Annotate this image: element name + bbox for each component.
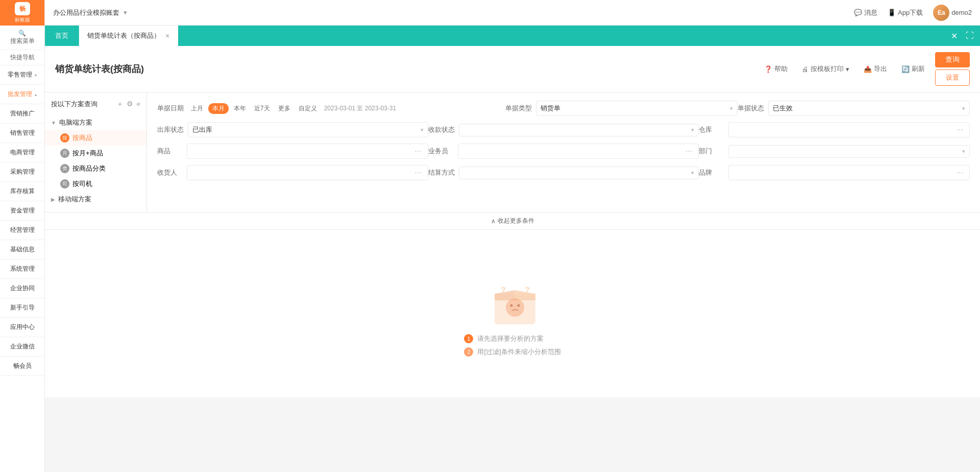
page-header: 销货单统计表(按商品) ❓ 帮助 🖨 按模板打印 ▾ 📤 导出 🔄 刷新: [45, 46, 980, 92]
sidebar-item-wholesale[interactable]: 批发管理 ▴: [0, 85, 44, 104]
sidebar-item-label: 采购管理: [10, 168, 35, 175]
collect-status-select[interactable]: ▾: [459, 124, 699, 136]
collapse-btn[interactable]: ∧ 收起更多条件: [491, 217, 534, 225]
collect-status-chevron-icon: ▾: [691, 127, 694, 133]
tab-close-window-btn[interactable]: ✕: [949, 29, 960, 43]
tree-item-by-goods[interactable]: 按 按商品: [45, 130, 146, 146]
goods-dots[interactable]: ···: [412, 147, 423, 156]
export-label: 导出: [874, 64, 887, 74]
refresh-btn[interactable]: 🔄 刷新: [897, 62, 929, 76]
receiver-label: 收货人: [157, 168, 183, 177]
collapse-icon: ∧: [491, 218, 496, 225]
tree-item-by-month-goods[interactable]: 月 按月+商品: [45, 146, 146, 161]
export-btn[interactable]: 📤 导出: [860, 62, 891, 76]
filter-section: 按以下方案查询 ＋ ⚙ « ▼ 电脑端方案 按 按商品: [45, 92, 980, 213]
sidebar-item-ops[interactable]: 经营管理: [0, 221, 44, 240]
salesperson-dots[interactable]: ···: [683, 147, 694, 156]
tree-item-icon: 类: [60, 164, 69, 173]
sidebar-item-sales[interactable]: 销售管理: [0, 124, 44, 143]
warehouse-dots[interactable]: ···: [954, 125, 965, 134]
logo-label: 标账版: [15, 16, 30, 23]
out-status-select[interactable]: 已出库 ▾: [188, 122, 428, 137]
print-btn[interactable]: 🖨 按模板打印 ▾: [798, 62, 853, 76]
print-icon: 🖨: [802, 65, 808, 73]
filter-field-date: 单据日期 上月 本月 本年 近7天 更多 自定义 2023-03-01 至 20…: [157, 103, 505, 114]
date-label: 单据日期: [157, 104, 184, 113]
brand-dots[interactable]: ···: [954, 168, 965, 177]
workspace-dropdown-icon[interactable]: ▾: [124, 9, 127, 16]
sidebar-item-finance[interactable]: 资金管理: [0, 201, 44, 221]
tree-mobile-section[interactable]: ▶ 移动端方案: [45, 192, 146, 207]
dept-chevron-icon: ▾: [962, 148, 965, 155]
brand-select[interactable]: ···: [728, 165, 970, 180]
add-scheme-icon[interactable]: ＋: [116, 100, 124, 109]
receiver-select[interactable]: ···: [187, 165, 428, 180]
receiver-dots[interactable]: ···: [412, 168, 423, 177]
tree-item-by-cashier[interactable]: 司 按司机: [45, 176, 146, 192]
doc-status-select[interactable]: 已生效 ▾: [768, 101, 970, 116]
logo-icon: 畅: [15, 2, 30, 15]
tab-sales-stat[interactable]: 销货单统计表（按商品） ×: [79, 26, 178, 46]
doc-type-select[interactable]: 销货单 ▾: [536, 101, 738, 116]
sidebar-item-ecom[interactable]: 电商管理: [0, 143, 44, 162]
sidebar-item-label: 系统管理: [10, 265, 35, 272]
help-btn[interactable]: ❓ 帮助: [760, 62, 792, 76]
sidebar-item-wechat[interactable]: 企业微信: [0, 337, 44, 357]
edit-scheme-icon[interactable]: ⚙: [127, 100, 133, 109]
salesperson-select[interactable]: ···: [458, 144, 699, 159]
tree-item-label: 按月+商品: [72, 149, 103, 158]
tree-mobile-label: 移动端方案: [58, 195, 91, 204]
period-this-month[interactable]: 本月: [208, 103, 229, 114]
chevron-down-icon: ▾: [35, 73, 37, 78]
filter-field-receiver: 收货人 ···: [157, 165, 428, 180]
empty-illustration: ? ?: [482, 271, 543, 322]
payment-select[interactable]: ▾: [459, 167, 699, 179]
settings-btn[interactable]: 设置: [935, 69, 970, 86]
quick-nav[interactable]: 快捷导航: [0, 50, 44, 65]
app-download-btn[interactable]: 📱 App下载: [888, 8, 923, 17]
tree-pc-label: 电脑端方案: [59, 118, 92, 127]
query-btn[interactable]: 查询: [935, 52, 970, 67]
tab-close-icon[interactable]: ×: [165, 32, 169, 40]
dept-select[interactable]: ▾: [728, 145, 970, 158]
sidebar-item-purchase[interactable]: 采购管理: [0, 162, 44, 182]
search-menu[interactable]: 🔍 搜索菜单: [0, 26, 44, 50]
tab-expand-btn[interactable]: ⛶: [964, 29, 976, 42]
sidebar-item-collab[interactable]: 企业协同: [0, 279, 44, 298]
sidebar-item-member[interactable]: 畅会员: [0, 357, 44, 376]
app-download-label: App下载: [898, 8, 923, 17]
payment-chevron-icon: ▾: [691, 170, 694, 176]
app-logo: 畅 标账版: [0, 0, 44, 26]
refresh-icon: 🔄: [901, 65, 910, 73]
sidebar-item-label: 应用中心: [10, 323, 35, 331]
sidebar-item-stock[interactable]: 库存核算: [0, 182, 44, 201]
sidebar-item-label: 畅会员: [13, 362, 32, 369]
user-profile[interactable]: Ea demo2: [933, 5, 972, 21]
sidebar-item-system[interactable]: 系统管理: [0, 259, 44, 279]
date-range-text: 2023-03-01 至 2023-03-31: [324, 104, 396, 113]
period-more[interactable]: 更多: [275, 103, 293, 114]
collapse-panel-icon[interactable]: «: [136, 100, 140, 109]
tab-bar: 首页 销货单统计表（按商品） × ✕ ⛶: [45, 26, 980, 46]
sidebar-item-guide[interactable]: 新手引导: [0, 298, 44, 318]
payment-label: 结算方式: [428, 168, 455, 177]
period-last-7-days[interactable]: 近7天: [251, 103, 273, 114]
sidebar-item-apps[interactable]: 应用中心: [0, 318, 44, 337]
message-btn[interactable]: 💬 消息: [854, 8, 877, 17]
user-avatar: Ea: [933, 5, 949, 21]
period-last-month[interactable]: 上月: [188, 103, 206, 114]
sidebar-item-marketing[interactable]: 营销推广: [0, 104, 44, 124]
sidebar-item-retail[interactable]: 零售管理 ▾: [0, 65, 44, 85]
filter-field-dept: 部门 ▾: [699, 145, 970, 158]
period-custom[interactable]: 自定义: [296, 103, 320, 114]
tab-home[interactable]: 首页: [45, 26, 79, 46]
period-this-year[interactable]: 本年: [231, 103, 249, 114]
tree-item-by-goods-cat[interactable]: 类 按商品分类: [45, 161, 146, 176]
warehouse-select[interactable]: ···: [728, 122, 970, 137]
sidebar-item-label: 企业微信: [10, 343, 35, 350]
tree-pc-section[interactable]: ▼ 电脑端方案: [45, 115, 146, 130]
workspace-name: 办公用品行业模拟账套: [53, 8, 119, 17]
collapse-row: ∧ 收起更多条件: [45, 213, 980, 230]
sidebar-item-basic[interactable]: 基础信息: [0, 240, 44, 259]
goods-select[interactable]: ···: [187, 144, 428, 159]
